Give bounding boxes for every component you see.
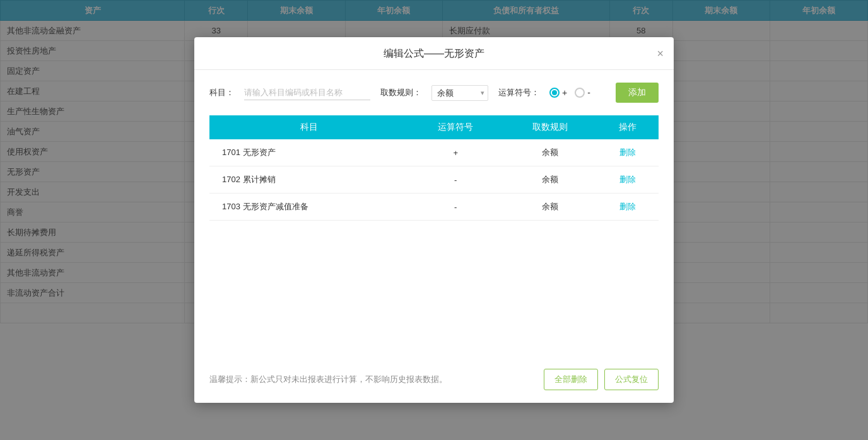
col-action: 操作 — [597, 115, 659, 139]
formula-subject-cell: 1702 累计摊销 — [209, 166, 408, 194]
col-subject: 科目 — [209, 115, 408, 139]
radio-plus-button[interactable] — [549, 88, 560, 98]
radio-plus-label: + — [562, 88, 567, 98]
radio-minus-button[interactable] — [575, 88, 585, 98]
modal-header: 编辑公式——无形资产 × — [194, 37, 674, 70]
modal-title: 编辑公式——无形资产 — [384, 47, 484, 61]
radio-plus-item[interactable]: + — [549, 88, 567, 98]
formula-action-cell: 删除 — [597, 194, 659, 221]
formula-rule-cell: 余额 — [503, 139, 597, 166]
footer-hint: 温馨提示：新公式只对未出报表进行计算，不影响历史报表数据。 — [209, 374, 447, 385]
edit-formula-modal: 编辑公式——无形资产 × 科目： 取数规则： 余额 借方 贷方 运算符号： — [194, 37, 674, 403]
formula-operator-cell: + — [408, 139, 503, 166]
delete-row-button[interactable]: 删除 — [619, 201, 636, 212]
formula-subject-cell: 1701 无形资产 — [209, 139, 408, 166]
radio-minus-label: - — [587, 88, 590, 98]
formula-operator-cell: - — [408, 166, 503, 194]
delete-row-button[interactable]: 删除 — [619, 174, 636, 185]
formula-action-cell: 删除 — [597, 166, 659, 194]
operator-label: 运算符号： — [498, 87, 539, 98]
subject-input[interactable] — [244, 85, 370, 100]
footer-actions: 全部删除 公式复位 — [544, 369, 659, 390]
formula-operator-cell: - — [408, 194, 503, 221]
subject-label: 科目： — [209, 87, 234, 98]
formula-row: 1703 无形资产减值准备-余额删除 — [209, 194, 659, 221]
table-header-row: 科目 运算符号 取数规则 操作 — [209, 115, 659, 139]
formula-rule-cell: 余额 — [503, 166, 597, 194]
rule-select-wrap: 余额 借方 贷方 — [431, 85, 488, 101]
col-operator: 运算符号 — [408, 115, 503, 139]
formula-rule-cell: 余额 — [503, 194, 597, 221]
reset-formula-button[interactable]: 公式复位 — [604, 369, 659, 390]
formula-action-cell: 删除 — [597, 139, 659, 166]
modal-overlay: 编辑公式——无形资产 × 科目： 取数规则： 余额 借方 贷方 运算符号： — [0, 0, 868, 440]
formula-row: 1702 累计摊销-余额删除 — [209, 166, 659, 194]
formula-row: 1701 无形资产+余额删除 — [209, 139, 659, 166]
modal-footer: 温馨提示：新公式只对未出报表进行计算，不影响历史报表数据。 全部删除 公式复位 — [194, 359, 674, 403]
form-row: 科目： 取数规则： 余额 借方 贷方 运算符号： + — [209, 83, 659, 103]
col-rule: 取数规则 — [503, 115, 597, 139]
modal-close-button[interactable]: × — [657, 48, 664, 59]
rule-label: 取数规则： — [380, 87, 421, 98]
rule-select[interactable]: 余额 借方 贷方 — [431, 85, 488, 101]
formula-subject-cell: 1703 无形资产减值准备 — [209, 194, 408, 221]
formula-table: 科目 运算符号 取数规则 操作 1701 无形资产+余额删除1702 累计摊销-… — [209, 115, 659, 221]
modal-body: 科目： 取数规则： 余额 借方 贷方 运算符号： + — [194, 70, 674, 359]
delete-row-button[interactable]: 删除 — [619, 147, 636, 158]
operator-radio-group: + - — [549, 88, 590, 98]
radio-minus-item[interactable]: - — [575, 88, 590, 98]
add-button[interactable]: 添加 — [616, 83, 659, 103]
delete-all-button[interactable]: 全部删除 — [544, 369, 598, 390]
